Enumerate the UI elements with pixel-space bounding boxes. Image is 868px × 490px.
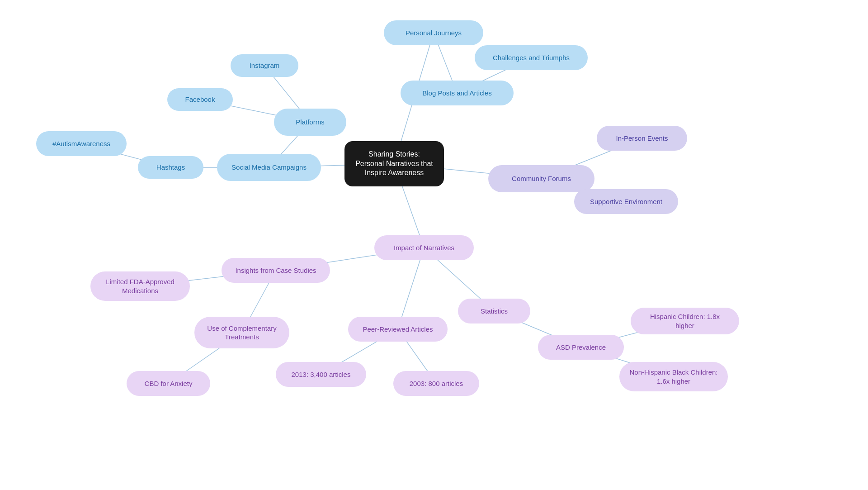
node-supportive-env[interactable]: Supportive Environment <box>574 189 678 214</box>
node-complementary[interactable]: Use of Complementary Treatments <box>194 317 289 348</box>
node-facebook[interactable]: Facebook <box>167 88 233 111</box>
node-community-forums[interactable]: Community Forums <box>488 165 594 192</box>
node-insights-case[interactable]: Insights from Case Studies <box>222 258 330 283</box>
node-impact-narratives[interactable]: Impact of Narratives <box>374 235 474 260</box>
node-social-media[interactable]: Social Media Campaigns <box>217 154 321 181</box>
node-platforms[interactable]: Platforms <box>274 109 346 136</box>
node-peer-reviewed[interactable]: Peer-Reviewed Articles <box>348 317 448 342</box>
node-asd-prevalence[interactable]: ASD Prevalence <box>538 335 624 360</box>
node-limited-fda[interactable]: Limited FDA-Approved Medications <box>90 271 190 301</box>
node-hashtags[interactable]: Hashtags <box>138 156 203 179</box>
node-instagram[interactable]: Instagram <box>231 54 298 77</box>
node-articles-2013[interactable]: 2013: 3,400 articles <box>276 362 366 387</box>
node-statistics[interactable]: Statistics <box>458 299 530 323</box>
node-articles-2003[interactable]: 2003: 800 articles <box>393 371 479 396</box>
node-cbd-anxiety[interactable]: CBD for Anxiety <box>127 371 210 396</box>
mind-map: Sharing Stories: Personal Narratives tha… <box>0 0 868 490</box>
node-hispanic-children[interactable]: Hispanic Children: 1.8x higher <box>631 308 739 334</box>
node-blog-posts[interactable]: Blog Posts and Articles <box>401 81 514 105</box>
node-challenges[interactable]: Challenges and Triumphs <box>475 45 588 70</box>
node-autism-awareness[interactable]: #AutismAwareness <box>36 131 127 156</box>
node-personal-journeys[interactable]: Personal Journeys <box>384 20 483 45</box>
center-node[interactable]: Sharing Stories: Personal Narratives tha… <box>344 141 444 186</box>
node-non-hispanic-black[interactable]: Non-Hispanic Black Children: 1.6x higher <box>619 362 728 391</box>
node-in-person-events[interactable]: In-Person Events <box>597 126 687 151</box>
